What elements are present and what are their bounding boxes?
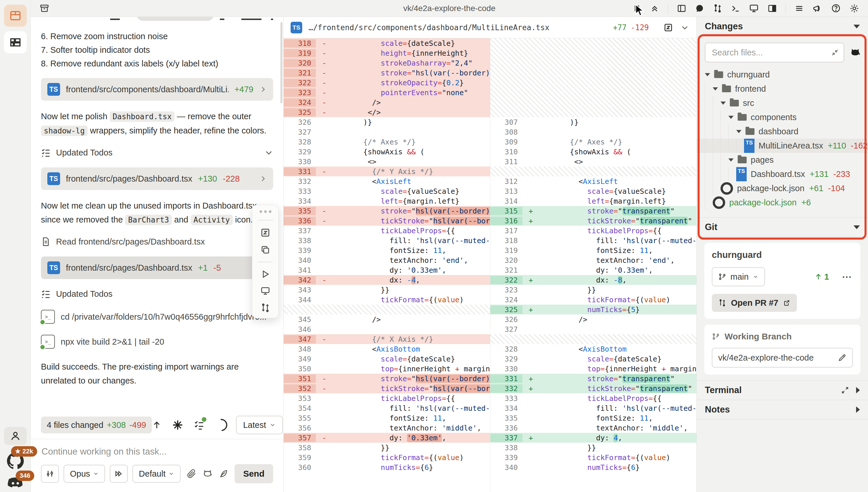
read-file-label: Read frontend/src/pages/Dashboard.tsx bbox=[56, 237, 205, 247]
chevron-right-icon bbox=[259, 175, 267, 182]
terminal-icon[interactable] bbox=[731, 4, 740, 13]
copy-icon[interactable] bbox=[260, 245, 270, 255]
app-root: ★ 22k 346 bbox=[0, 0, 868, 492]
chat-scrollbar[interactable] bbox=[280, 22, 282, 103]
external-link-icon bbox=[783, 299, 791, 306]
terminal-section-header[interactable]: Terminal bbox=[697, 380, 868, 400]
diff-row bbox=[490, 78, 697, 88]
tree-folder-dashboard[interactable]: dashboard bbox=[697, 124, 868, 139]
quill-icon[interactable] bbox=[219, 469, 228, 478]
send-button[interactable]: Send bbox=[235, 464, 273, 483]
file-chip-dashboard-1[interactable]: TS frontend/src/pages/Dashboard.tsx +130… bbox=[41, 167, 273, 190]
caret-right-icon bbox=[856, 387, 860, 393]
todo-status-icon[interactable] bbox=[194, 419, 205, 430]
tree-file-MultiLineArea.tsx[interactable]: TSMultiLineArea.tsx+110-162 bbox=[697, 139, 868, 153]
fast-forward-button[interactable] bbox=[110, 465, 128, 483]
files-changed-chip[interactable]: 4 files changed +308 -499 bbox=[41, 417, 152, 434]
terminal-command-row[interactable]: >_ npx vite build 2>&1 | tail -20 bbox=[41, 335, 273, 349]
caret-down-icon bbox=[853, 225, 860, 229]
play-icon[interactable] bbox=[260, 269, 270, 279]
account-button[interactable] bbox=[4, 427, 27, 445]
file-chip-path: frontend/src/pages/Dashboard.tsx bbox=[66, 174, 192, 183]
collapse-all-icon[interactable] bbox=[650, 4, 659, 13]
open-pr-button[interactable]: Open PR #7 bbox=[712, 294, 797, 312]
git-compare-icon[interactable] bbox=[260, 303, 270, 313]
expand-icon[interactable] bbox=[841, 386, 849, 394]
git-compare-icon[interactable] bbox=[713, 4, 722, 13]
branch-dropdown[interactable]: main bbox=[712, 267, 765, 286]
diff-row: 347- {/* X Axis */} bbox=[284, 334, 490, 344]
diff-row: 352- tickStroke="hsl(var(--border))" bbox=[284, 384, 490, 393]
burst-icon[interactable] bbox=[172, 419, 183, 430]
updated-todos-row[interactable]: Updated Todos bbox=[41, 289, 273, 299]
tree-file-package-lock.json[interactable]: package-lock.json+6 bbox=[697, 196, 868, 210]
file-chip-dashboard-2[interactable]: TS frontend/src/pages/Dashboard.tsx +1 -… bbox=[41, 256, 273, 279]
chat-settings-button[interactable] bbox=[41, 465, 59, 483]
rail-item-grid[interactable] bbox=[4, 31, 27, 53]
terminal-title: Terminal bbox=[705, 385, 742, 395]
additions-count: +130 bbox=[198, 174, 217, 183]
diff-new-side: 307 )}308309 {/* Axes */}310 {showAxis &… bbox=[490, 38, 697, 492]
megaphone-icon[interactable] bbox=[813, 3, 822, 13]
monitor-icon[interactable] bbox=[749, 3, 759, 13]
help-icon[interactable] bbox=[831, 3, 841, 13]
more-options-icon[interactable] bbox=[260, 210, 272, 213]
chat-input[interactable] bbox=[41, 446, 274, 457]
github-link[interactable]: ★ 22k bbox=[7, 452, 24, 469]
search-files-box[interactable] bbox=[705, 43, 844, 63]
cat-icon[interactable] bbox=[203, 469, 212, 479]
diff-row: 309 {/* Axes */} bbox=[490, 137, 697, 147]
folder-icon bbox=[746, 128, 754, 135]
notes-section-header[interactable]: Notes bbox=[697, 400, 868, 419]
diff-split-view[interactable]: 318- scale={dateScale}319- height={inner… bbox=[284, 38, 697, 492]
chat-scroll-area[interactable]: 6. Remove zoom instruction noise7. Softe… bbox=[31, 17, 283, 412]
diff-row: 311 <> bbox=[490, 157, 697, 167]
tree-folder-pages[interactable]: pages bbox=[697, 153, 868, 167]
settings-gear-icon[interactable] bbox=[849, 3, 859, 13]
changes-section-header[interactable]: Changes bbox=[697, 17, 868, 36]
diff-row: 321 dy: '0.33em', bbox=[490, 265, 697, 275]
panel-right-filled-icon[interactable] bbox=[768, 4, 777, 13]
rail-item-workspace[interactable] bbox=[4, 5, 27, 27]
diff-row bbox=[490, 334, 697, 344]
mode-dropdown[interactable]: Default bbox=[132, 465, 181, 483]
chevron-down-icon[interactable] bbox=[264, 148, 273, 157]
diff-row: 337+ dy: 4, bbox=[490, 433, 697, 443]
git-more-options[interactable]: ⋯ bbox=[842, 271, 853, 282]
diff-row: 314 left={margin.left} bbox=[490, 196, 697, 206]
layout-grid-icon bbox=[9, 36, 22, 48]
scroll-up-icon[interactable] bbox=[152, 420, 162, 430]
diff-row: 312 <AxisLeft bbox=[490, 176, 697, 186]
tree-folder-frontend[interactable]: frontend bbox=[697, 82, 868, 96]
tree-file-package-lock.json[interactable]: package-lock.json+61-104 bbox=[697, 181, 868, 196]
model-dropdown[interactable]: Opus bbox=[64, 465, 105, 483]
git-section-header[interactable]: Git bbox=[697, 217, 868, 237]
diff-view-icon[interactable] bbox=[260, 227, 271, 238]
menu-icon[interactable] bbox=[795, 4, 804, 13]
updated-todos-row[interactable]: Updated Todos bbox=[41, 148, 273, 157]
diff-view-icon[interactable] bbox=[663, 23, 673, 32]
read-file-row[interactable]: Read frontend/src/pages/Dashboard.tsx bbox=[41, 237, 273, 247]
diff-row bbox=[284, 304, 490, 315]
chevron-down-icon[interactable] bbox=[681, 24, 689, 32]
tree-file-Dashboard.tsx[interactable]: TSDashboard.tsx+131-233 bbox=[697, 167, 868, 181]
tree-folder-churnguard[interactable]: churnguard bbox=[697, 68, 868, 82]
tree-folder-src[interactable]: src bbox=[697, 96, 868, 110]
attachment-icon[interactable] bbox=[187, 469, 196, 478]
collapse-tree-icon[interactable] bbox=[831, 48, 839, 56]
edit-pencil-icon[interactable] bbox=[838, 353, 846, 362]
terminal-command-row[interactable]: >_ cd /private/var/folders/10/h7w0q46556… bbox=[41, 310, 273, 324]
monitor-icon[interactable] bbox=[260, 286, 270, 296]
assistant-message: Now let me polish Dashboard.tsx — remove… bbox=[41, 109, 273, 138]
panel-left-icon[interactable] bbox=[677, 4, 686, 13]
search-files-input[interactable] bbox=[711, 48, 831, 58]
latest-dropdown[interactable]: Latest bbox=[236, 416, 283, 434]
cat-icon[interactable] bbox=[849, 47, 861, 58]
right-panel: Changes churnguardfrontendsrccomponentsd… bbox=[697, 17, 868, 492]
working-branch-field[interactable]: vk/4e2a-explore-the-code bbox=[712, 348, 853, 368]
discord-link[interactable]: 346 bbox=[7, 477, 24, 490]
tree-folder-components[interactable]: components bbox=[697, 110, 868, 124]
diff-row: 334 fill: 'hsl(var(--muted-foreground))'… bbox=[490, 403, 697, 413]
chat-bubble-icon[interactable] bbox=[695, 4, 704, 13]
file-chip-multilinearea[interactable]: TS frontend/src/components/dashboard/Mul… bbox=[41, 78, 273, 101]
